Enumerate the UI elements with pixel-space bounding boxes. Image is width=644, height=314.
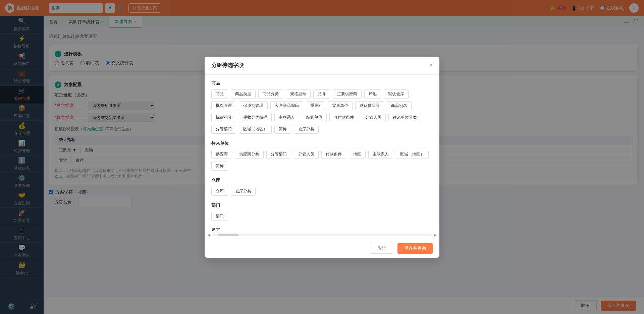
section-partner-tags: 供应商 供应商分类 分管部门 分管人员 付款条件 地区 主联系人 区域（地区） … <box>211 150 433 171</box>
tag-dept-partner[interactable]: 分管部门 <box>266 150 291 159</box>
section-partner-title: 往来单位 <box>211 140 433 146</box>
modal-close-btn[interactable]: × <box>429 62 433 68</box>
tag-supplier-cat[interactable]: 供应商分类 <box>235 150 264 159</box>
tag-pick-points[interactable]: 拣货积分 <box>211 113 236 122</box>
tag-supplier[interactable]: 供应商 <box>211 150 232 159</box>
modal-overlay: 分组待选字段 × 商品 商品 商品类型 商品分类 规格型号 品牌 主要供应商 产… <box>0 0 644 314</box>
section-dept: 部门 部门 <box>211 202 433 221</box>
tag-warehouse-category[interactable]: 仓库分类 <box>231 187 256 196</box>
tag-main-supplier[interactable]: 主要供应商 <box>333 89 362 99</box>
tag-default-warehouse[interactable]: 默认仓库 <box>384 89 409 99</box>
section-goods-title: 商品 <box>211 80 433 86</box>
modal-field-select: 分组待选字段 × 商品 商品 商品类型 商品分类 规格型号 品牌 主要供应商 产… <box>205 57 439 258</box>
modal-cancel-btn[interactable]: 取消 <box>371 243 393 254</box>
hscroll-thumb <box>218 234 238 236</box>
hscroll-left-arrow[interactable]: ◀ <box>207 233 210 237</box>
section-dept-title: 部门 <box>211 202 433 208</box>
tag-settle-unit[interactable]: 结算单位 <box>302 113 327 122</box>
tag-weight3[interactable]: 重量3 <box>306 101 325 110</box>
modal-body: 商品 商品 商品类型 商品分类 规格型号 品牌 主要供应商 产地 默认仓库 批次… <box>205 75 439 231</box>
section-dept-tags: 部门 <box>211 212 433 221</box>
tag-region-goods[interactable]: 区域（地区） <box>239 125 272 134</box>
section-employee: 员工 业务员 <box>211 228 433 231</box>
hscroll-track[interactable] <box>212 234 432 236</box>
modal-header: 分组待选字段 × <box>205 57 439 75</box>
modal-footer: 取消 保存并查询 <box>205 239 439 258</box>
tag-payment-terms[interactable]: 收付款条件 <box>329 113 358 122</box>
tag-payment-cond[interactable]: 付款条件 <box>321 150 346 159</box>
tag-customer-code[interactable]: 客户商品编码 <box>270 101 303 110</box>
tag-goods-category[interactable]: 商品分类 <box>258 89 283 99</box>
tag-goods-alias[interactable]: 商品别名 <box>387 101 412 110</box>
tag-abbr-partner[interactable]: 简称 <box>211 162 228 171</box>
tag-main-contact-partner[interactable]: 主联系人 <box>368 150 393 159</box>
tag-manager-person[interactable]: 分管人员 <box>361 113 386 122</box>
section-warehouse-title: 仓库 <box>211 177 433 183</box>
tag-default-supplier[interactable]: 默认供应商 <box>355 101 384 110</box>
section-goods: 商品 商品 商品类型 商品分类 规格型号 品牌 主要供应商 产地 默认仓库 批次… <box>211 80 433 134</box>
hscroll-right-arrow[interactable]: ▶ <box>434 233 437 237</box>
tag-origin[interactable]: 产地 <box>364 89 381 99</box>
tag-goods-type[interactable]: 商品类型 <box>231 89 256 99</box>
modal-confirm-btn[interactable]: 保存并查询 <box>397 243 433 254</box>
tag-retail-unit[interactable]: 零售单位 <box>328 101 353 110</box>
tag-goods[interactable]: 商品 <box>211 89 228 99</box>
tag-warehouse-cat[interactable]: 仓库分类 <box>294 125 319 134</box>
section-partner: 往来单位 供应商 供应商分类 分管部门 分管人员 付款条件 地区 主联系人 区域… <box>211 140 433 171</box>
tag-manage-dept[interactable]: 分管部门 <box>211 125 236 134</box>
tag-region-partner[interactable]: 区域（地区） <box>396 150 429 159</box>
section-warehouse: 仓库 仓库 仓库分类 <box>211 177 433 196</box>
tag-main-contact[interactable]: 主联系人 <box>274 113 299 122</box>
modal-hscroll-area: ◀ ▶ <box>205 231 439 239</box>
section-employee-title: 员工 <box>211 228 433 231</box>
tag-batch-mgmt[interactable]: 批次管理 <box>211 101 236 110</box>
tag-brand[interactable]: 品牌 <box>313 89 330 99</box>
tag-warehouse[interactable]: 仓库 <box>211 187 228 196</box>
tag-shelf-life[interactable]: 保质期管理 <box>239 101 268 110</box>
tag-abbr-goods[interactable]: 简称 <box>274 125 291 134</box>
tag-district[interactable]: 地区 <box>349 150 366 159</box>
tag-dept[interactable]: 部门 <box>211 212 228 221</box>
section-warehouse-tags: 仓库 仓库分类 <box>211 187 433 196</box>
modal-title: 分组待选字段 <box>211 62 244 69</box>
tag-spec-model[interactable]: 规格型号 <box>286 89 311 99</box>
section-goods-tags: 商品 商品类型 商品分类 规格型号 品牌 主要供应商 产地 默认仓库 批次管理 … <box>211 89 433 134</box>
tag-partner-category[interactable]: 往来单位分类 <box>388 113 421 122</box>
tag-tax-code[interactable]: 税收分类编码 <box>239 113 272 122</box>
tag-person-partner[interactable]: 分管人员 <box>294 150 319 159</box>
